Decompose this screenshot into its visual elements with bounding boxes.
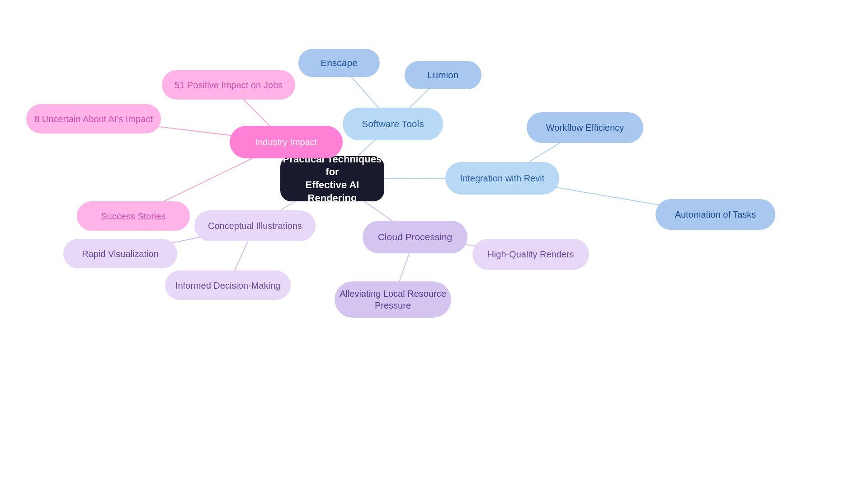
- industry-impact-node[interactable]: Industry Impact: [230, 126, 343, 158]
- high-quality-label: High-Quality Renders: [487, 248, 574, 260]
- alleviating-label: Alleviating Local Resource Pressure: [335, 288, 451, 311]
- rapid-viz-node[interactable]: Rapid Visualization: [63, 239, 177, 268]
- cloud-processing-label: Cloud Processing: [378, 231, 453, 243]
- success-stories-node[interactable]: Success Stories: [77, 201, 190, 231]
- workflow-efficiency-label: Workflow Efficiency: [546, 122, 624, 133]
- industry-impact-label: Industry Impact: [255, 136, 317, 148]
- enscape-label: Enscape: [321, 57, 358, 69]
- workflow-efficiency-node[interactable]: Workflow Efficiency: [527, 112, 643, 143]
- informed-label: Informed Decision-Making: [175, 280, 280, 291]
- uncertain-node[interactable]: 8 Uncertain About AI's Impact: [26, 104, 161, 133]
- cloud-processing-node[interactable]: Cloud Processing: [363, 221, 467, 253]
- positive-impact-label: 51 Positive Impact on Jobs: [175, 79, 283, 91]
- center-node[interactable]: Practical Techniques forEffective AI Ren…: [280, 156, 384, 201]
- software-tools-node[interactable]: Software Tools: [343, 108, 443, 140]
- conceptual-node[interactable]: Conceptual Illustrations: [194, 210, 316, 241]
- alleviating-node[interactable]: Alleviating Local Resource Pressure: [335, 281, 451, 318]
- lumion-label: Lumion: [428, 69, 459, 81]
- conceptual-label: Conceptual Illustrations: [208, 220, 302, 232]
- automation-label: Automation of Tasks: [675, 209, 756, 220]
- integration-revit-node[interactable]: Integration with Revit: [445, 162, 559, 195]
- center-label: Practical Techniques forEffective AI Ren…: [280, 153, 384, 205]
- uncertain-label: 8 Uncertain About AI's Impact: [34, 113, 153, 125]
- rapid-viz-label: Rapid Visualization: [82, 248, 159, 260]
- integration-revit-label: Integration with Revit: [460, 172, 545, 184]
- software-tools-label: Software Tools: [362, 118, 424, 130]
- success-stories-label: Success Stories: [101, 210, 165, 222]
- lumion-node[interactable]: Lumion: [405, 61, 481, 89]
- informed-node[interactable]: Informed Decision-Making: [165, 271, 291, 300]
- high-quality-node[interactable]: High-Quality Renders: [472, 239, 589, 270]
- positive-impact-node[interactable]: 51 Positive Impact on Jobs: [162, 70, 295, 100]
- automation-node[interactable]: Automation of Tasks: [656, 199, 775, 230]
- enscape-node[interactable]: Enscape: [298, 49, 380, 77]
